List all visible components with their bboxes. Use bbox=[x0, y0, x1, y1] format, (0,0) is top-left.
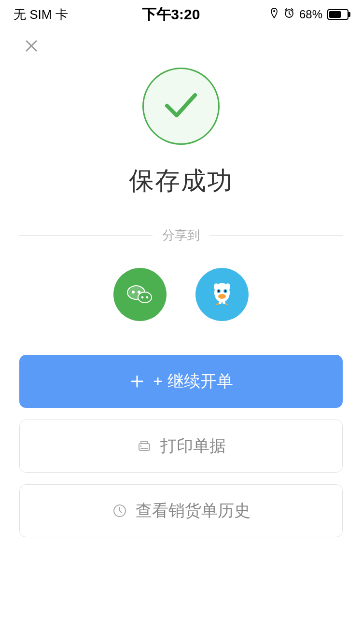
svg-rect-17 bbox=[219, 301, 222, 304]
continue-button[interactable]: + 继续开单 bbox=[19, 355, 343, 408]
battery-icon bbox=[327, 9, 348, 20]
main-content: 保存成功 分享到 bbox=[0, 29, 362, 537]
success-title: 保存成功 bbox=[129, 164, 233, 198]
continue-button-label: + 继续开单 bbox=[153, 370, 233, 392]
svg-point-20 bbox=[225, 283, 230, 290]
svg-point-14 bbox=[224, 290, 226, 292]
battery-percent: 68% bbox=[299, 8, 322, 21]
svg-point-9 bbox=[146, 296, 149, 299]
print-button-label: 打印单据 bbox=[160, 435, 226, 457]
share-label: 分享到 bbox=[162, 227, 200, 244]
svg-point-0 bbox=[273, 10, 275, 12]
actions: + 继续开单 打印单据 查看销货单历史 bbox=[0, 355, 362, 537]
divider-line-left bbox=[19, 235, 153, 236]
close-button[interactable] bbox=[19, 34, 43, 58]
wechat-share-button[interactable] bbox=[113, 268, 167, 321]
status-time: 下午3:20 bbox=[142, 5, 200, 25]
status-left: 无 SIM 卡 bbox=[14, 6, 73, 23]
share-section: 分享到 bbox=[0, 227, 362, 321]
share-divider: 分享到 bbox=[19, 227, 343, 244]
svg-point-22 bbox=[140, 446, 142, 447]
svg-rect-18 bbox=[223, 301, 225, 304]
carrier-text: 无 SIM 卡 bbox=[14, 6, 68, 23]
svg-rect-21 bbox=[139, 444, 150, 450]
svg-point-4 bbox=[132, 291, 135, 294]
svg-point-13 bbox=[218, 290, 220, 292]
share-icons bbox=[19, 268, 343, 321]
qq-share-button[interactable] bbox=[195, 268, 249, 321]
checkmark-icon bbox=[159, 84, 203, 129]
location-icon bbox=[269, 8, 279, 21]
svg-point-8 bbox=[141, 296, 144, 299]
history-button-label: 查看销货单历史 bbox=[136, 500, 251, 522]
print-button[interactable]: 打印单据 bbox=[19, 420, 343, 473]
svg-point-19 bbox=[214, 283, 219, 290]
status-right: 68% bbox=[269, 8, 348, 21]
history-button[interactable]: 查看销货单历史 bbox=[19, 484, 343, 537]
divider-line-right bbox=[209, 235, 343, 236]
success-circle bbox=[142, 68, 220, 145]
status-bar: 无 SIM 卡 下午3:20 68% bbox=[0, 0, 362, 29]
alarm-icon bbox=[284, 8, 294, 21]
